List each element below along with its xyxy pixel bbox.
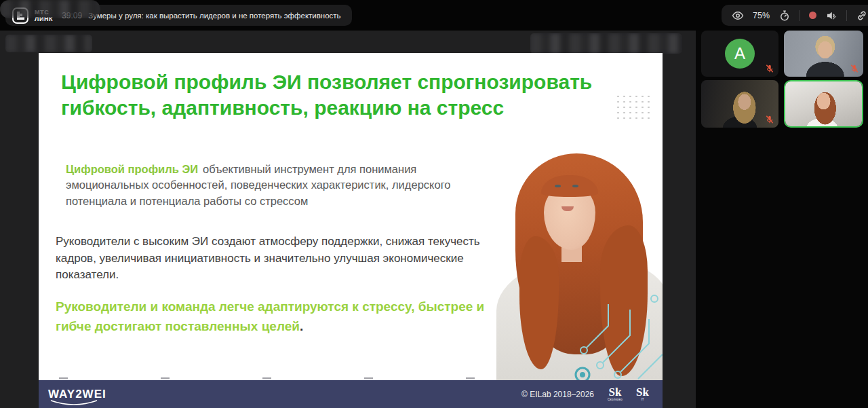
- definition-term: Цифровой профиль ЭИ: [66, 163, 203, 175]
- dot-grid-decoration: [615, 94, 653, 121]
- copyright-text: © EILab 2018–2026: [521, 390, 594, 399]
- record-dot-icon[interactable]: [809, 12, 816, 19]
- app-window: МТС ЛИНК 39:09 Зумеры у руля: как выраст…: [0, 0, 868, 408]
- mic-off-icon: [765, 115, 774, 124]
- view-scale-value[interactable]: 75%: [753, 11, 770, 20]
- sk-logo-text: Sk: [608, 386, 623, 398]
- presentation-stage: Цифровой профиль ЭИ позволяет спрогнозир…: [0, 31, 696, 408]
- photo-eye: [555, 185, 561, 187]
- divider: [846, 10, 847, 21]
- sk-logo-sub: IT: [636, 398, 649, 402]
- slide-heading: Цифровой профиль ЭИ позволяет спрогнозир…: [61, 69, 658, 121]
- slide-paragraph-highlight: Руководители и команда легче адаптируютс…: [56, 297, 503, 336]
- blurred-region: [0, 0, 100, 18]
- sk-skolkovo-logo: Sk Сколково: [608, 386, 623, 402]
- toolbar-controls: 75%: [722, 5, 868, 26]
- avatar: A: [725, 39, 755, 69]
- meeting-title: Зумеры у руля: как вырастить лидеров и н…: [88, 12, 340, 20]
- sk-logo-sub: Сколково: [608, 398, 623, 402]
- way2wei-logo: WAY2WEI: [48, 388, 106, 400]
- blurred-stage-toolbar[interactable]: [530, 33, 682, 54]
- slide-footer: WAY2WEI © EILab 2018–2026 Sk Сколково Sk…: [39, 380, 663, 408]
- video-feed: [785, 81, 862, 126]
- slide-paragraph-leaders: Руководители с высоким ЭИ создают атмосф…: [56, 234, 503, 284]
- photo-eye: [572, 185, 578, 187]
- link-icon[interactable]: [856, 10, 868, 22]
- stopwatch-icon[interactable]: [778, 10, 791, 22]
- top-bar: МТС ЛИНК 39:09 Зумеры у руля: как выраст…: [0, 0, 868, 31]
- clipped-text-line: [59, 377, 493, 379]
- blurred-user-pill[interactable]: [0, 0, 100, 18]
- audio-icon[interactable]: [825, 10, 837, 22]
- participant-tile-video[interactable]: [784, 31, 863, 77]
- blurred-region: [5, 35, 92, 52]
- sk-it-logo: Sk IT: [636, 386, 649, 402]
- participant-tile-active-speaker[interactable]: [784, 80, 863, 128]
- avatar-letter: A: [734, 44, 745, 63]
- participant-tile-video[interactable]: [701, 80, 778, 128]
- way2wei-swoosh: [50, 399, 98, 407]
- highlight-text: Руководители и команда легче адаптируютс…: [56, 299, 484, 333]
- participant-tile-avatar[interactable]: A: [701, 31, 778, 77]
- blurred-region: [530, 33, 682, 54]
- mic-off-icon: [850, 64, 859, 73]
- mic-off-icon: [765, 64, 774, 73]
- sk-logo-text: Sk: [636, 386, 649, 398]
- blurred-presenter-label: [5, 35, 92, 52]
- circuit-decoration: [573, 285, 663, 380]
- highlight-period: .: [300, 319, 303, 333]
- eye-icon[interactable]: [732, 10, 744, 22]
- participants-sidebar: A: [696, 31, 868, 408]
- slide-paragraph-definition: Цифровой профиль ЭИобъективный инструмен…: [66, 162, 478, 209]
- shared-slide: Цифровой профиль ЭИ позволяет спрогнозир…: [39, 53, 663, 408]
- divider: [800, 10, 800, 21]
